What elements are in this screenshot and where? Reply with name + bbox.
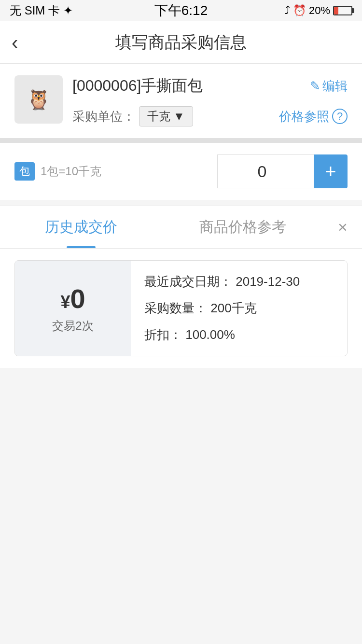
status-bar: 无 SIM 卡 ✦ 下午6:12 ⤴ ⏰ 20% bbox=[0, 0, 362, 21]
card-details-section: 最近成交日期： 2019-12-30 采购数量： 200千克 折扣： 100.0… bbox=[131, 261, 347, 356]
unit-description: 1包=10千克 bbox=[41, 164, 101, 179]
page-title: 填写商品采购信息 bbox=[115, 31, 247, 54]
status-left: 无 SIM 卡 ✦ bbox=[10, 3, 73, 18]
tab-history-price[interactable]: 历史成交价 bbox=[0, 206, 162, 248]
product-row1: [0000006]手撕面包 ✎ 编辑 bbox=[72, 75, 348, 97]
back-button[interactable]: ‹ bbox=[12, 33, 18, 52]
history-card: ¥0 交易2次 最近成交日期： 2019-12-30 采购数量： 200千克 折… bbox=[14, 260, 348, 356]
quantity-input-wrapper: + bbox=[217, 154, 348, 188]
discount-label: 折扣： bbox=[144, 327, 182, 342]
unit-value: 千克 bbox=[147, 109, 170, 124]
price-ref-label: 价格参照 bbox=[279, 108, 329, 125]
product-header: 🦉 [0000006]手撕面包 ✎ 编辑 采购单位： 千克 ▼ bbox=[14, 75, 348, 126]
battery-percent: 20% bbox=[309, 4, 330, 17]
tab-product-price-ref[interactable]: 商品价格参考 bbox=[162, 206, 323, 248]
tabs-close-button[interactable]: × bbox=[323, 218, 362, 237]
product-row2: 采购单位： 千克 ▼ 价格参照 ? bbox=[72, 106, 348, 126]
edit-label: 编辑 bbox=[322, 78, 348, 95]
quantity-plus-button[interactable]: + bbox=[314, 154, 348, 188]
location-icon: ⤴ bbox=[285, 4, 290, 17]
unit-text: 采购单位： bbox=[72, 108, 135, 125]
page-background bbox=[0, 368, 362, 644]
sim-status: 无 SIM 卡 ✦ bbox=[10, 3, 73, 18]
purchase-qty-line: 采购数量： 200千克 bbox=[144, 299, 334, 318]
currency-symbol: ¥ bbox=[60, 292, 70, 312]
product-name: [0000006]手撕面包 bbox=[72, 75, 203, 97]
product-image-placeholder: 🦉 bbox=[27, 88, 51, 111]
edit-icon: ✎ bbox=[310, 79, 320, 94]
quantity-input[interactable] bbox=[217, 154, 314, 188]
price-number: 0 bbox=[70, 283, 85, 314]
price-ref-help-icon: ? bbox=[332, 109, 348, 124]
purchase-qty-label: 采购数量： bbox=[144, 301, 207, 315]
unit-tag: 包 bbox=[14, 162, 35, 181]
status-right: ⤴ ⏰ 20% bbox=[285, 4, 352, 17]
product-card: 🦉 [0000006]手撕面包 ✎ 编辑 采购单位： 千克 ▼ bbox=[0, 64, 362, 138]
purchase-qty-value: 200千克 bbox=[210, 301, 256, 315]
recent-date-label: 最近成交日期： bbox=[144, 274, 232, 289]
unit-label: 采购单位： 千克 ▼ bbox=[72, 106, 193, 126]
discount-value: 100.00% bbox=[185, 327, 235, 342]
status-time: 下午6:12 bbox=[154, 1, 208, 20]
unit-select[interactable]: 千克 ▼ bbox=[139, 106, 193, 126]
card-price-section: ¥0 交易2次 bbox=[15, 261, 131, 356]
edit-button[interactable]: ✎ 编辑 bbox=[310, 78, 348, 95]
quantity-row: 包 1包=10千克 + bbox=[0, 143, 362, 200]
alarm-icon: ⏰ bbox=[293, 4, 306, 17]
discount-line: 折扣： 100.00% bbox=[144, 325, 334, 344]
tabs-header: 历史成交价 商品价格参考 × bbox=[0, 206, 362, 249]
unit-info: 包 1包=10千克 bbox=[14, 162, 101, 181]
tab-price-ref-label: 商品价格参考 bbox=[199, 217, 286, 237]
card-price-value: ¥0 bbox=[60, 283, 85, 314]
tabs-section: 历史成交价 商品价格参考 × ¥0 交易2次 最近成交日期： 2019-12-3… bbox=[0, 206, 362, 644]
section-divider bbox=[0, 138, 362, 143]
recent-date-value: 2019-12-30 bbox=[236, 274, 300, 289]
battery-indicator bbox=[333, 6, 352, 15]
product-thumbnail: 🦉 bbox=[14, 75, 63, 124]
product-info: [0000006]手撕面包 ✎ 编辑 采购单位： 千克 ▼ 价格参照 ? bbox=[72, 75, 348, 126]
nav-bar: ‹ 填写商品采购信息 bbox=[0, 21, 362, 64]
recent-date-line: 最近成交日期： 2019-12-30 bbox=[144, 272, 334, 291]
dropdown-arrow-icon: ▼ bbox=[173, 110, 185, 123]
card-trades: 交易2次 bbox=[52, 318, 93, 334]
tab-history-label: 历史成交价 bbox=[45, 217, 117, 237]
price-ref-button[interactable]: 价格参照 ? bbox=[279, 108, 348, 125]
